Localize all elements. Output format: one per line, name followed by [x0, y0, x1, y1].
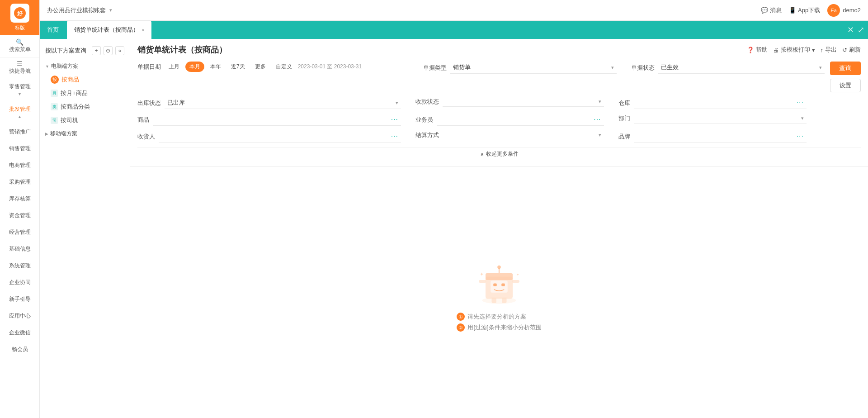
scheme-item-by-month-goods[interactable]: 月 按月+商品 — [40, 86, 130, 100]
sidebar-item-sales[interactable]: 销售管理 — [0, 140, 39, 157]
app-download-btn[interactable]: 📱 App下载 — [789, 6, 820, 14]
pc-section-title[interactable]: ▼ 电脑端方案 — [40, 60, 130, 73]
doc-type-filter-item: 单据类型 销货单 ▾ — [423, 62, 617, 74]
settlement-label: 结算方式 — [415, 131, 439, 139]
search-menu[interactable]: 🔍 搜索菜单 — [0, 35, 39, 57]
pc-scheme-section: ▼ 电脑端方案 按 按商品 月 按月+商品 类 按商品分类 司 按司机 — [40, 60, 130, 127]
refresh-label: 刷新 — [849, 46, 861, 54]
sidebar-item-label: 应用中心 — [9, 312, 31, 320]
sidebar-item-member[interactable]: 畅会员 — [0, 341, 39, 358]
filter-row-1: 单据日期 上月 本月 本年 近7天 更多 自定义 2023-03-01 至 20… — [137, 62, 861, 92]
quick-nav[interactable]: ☰ 快捷导航 — [0, 57, 39, 78]
warehouse-dots[interactable]: ··· — [797, 99, 804, 107]
sidebar-item-label: 库存核算 — [9, 195, 31, 203]
stock-status-select[interactable]: 已出库 ▾ — [165, 97, 401, 109]
date-btn-7days[interactable]: 近7天 — [227, 62, 249, 72]
doc-type-chevron: ▾ — [611, 65, 614, 71]
app-subtitle: 标版 — [15, 24, 25, 31]
add-scheme-btn[interactable]: + — [92, 46, 101, 55]
date-btn-this-year[interactable]: 本年 — [206, 62, 225, 72]
department-filter-item: 部门 ▾ — [618, 114, 807, 124]
scheme-item-label: 按司机 — [61, 116, 78, 124]
refresh-btn[interactable]: ↺ 刷新 — [842, 46, 861, 54]
top-header: 办公用品行业模拟账套 ▾ 💬 消息 📱 App下载 Ea demo2 — [40, 0, 868, 21]
sidebar-item-purchase[interactable]: 采购管理 — [0, 174, 39, 190]
date-btn-custom[interactable]: 自定义 — [272, 62, 296, 72]
sidebar-item-operation[interactable]: 经营管理 — [0, 224, 39, 241]
sidebar-item-cooperation[interactable]: 企业协同 — [0, 274, 39, 291]
sidebar-item-appstore[interactable]: 应用中心 — [0, 308, 39, 324]
payment-status-label: 收款状态 — [415, 98, 439, 106]
wholesale-arrow: ▲ — [18, 114, 22, 119]
receiver-input[interactable]: ··· — [159, 130, 401, 142]
help-label: 帮助 — [756, 46, 768, 54]
brand-dots[interactable]: ··· — [797, 132, 804, 140]
tab-active-label: 销货单统计表（按商品） — [74, 26, 139, 34]
tab-close-icon[interactable]: × — [142, 27, 144, 33]
department-select[interactable]: ▾ — [634, 114, 807, 124]
right-panel: 销货单统计表（按商品） ❓ 帮助 🖨 按模板打印 ▾ ↑ — [130, 39, 868, 418]
sidebar-item-inventory[interactable]: 库存核算 — [0, 190, 39, 207]
print-dropdown-icon[interactable]: ▾ — [812, 47, 815, 53]
scheme-item-label: 按月+商品 — [61, 89, 88, 97]
filter-area: 销货单统计表（按商品） ❓ 帮助 🖨 按模板打印 ▾ ↑ — [130, 39, 868, 166]
date-filter-item: 单据日期 上月 本月 本年 近7天 更多 自定义 2023-03-01 至 20… — [137, 62, 409, 72]
date-btn-more[interactable]: 更多 — [251, 62, 270, 72]
salesperson-dots[interactable]: ··· — [594, 115, 601, 124]
industry-dropdown-icon[interactable]: ▾ — [109, 7, 112, 13]
receiver-dots[interactable]: ··· — [391, 132, 398, 140]
export-icon: ↑ — [821, 47, 824, 53]
sidebar-item-retail[interactable]: 零售管理 ▼ — [0, 78, 39, 101]
date-range: 2023-03-01 至 2023-03-31 — [298, 63, 362, 71]
stock-status-value: 已出库 — [167, 99, 185, 107]
doc-type-select[interactable]: 销货单 ▾ — [450, 62, 617, 74]
warehouse-label: 仓库 — [618, 99, 630, 107]
app-download-label: App下载 — [798, 6, 820, 14]
export-btn[interactable]: ↑ 导出 — [821, 46, 837, 54]
brand-input[interactable]: ··· — [634, 130, 807, 142]
tab-home[interactable]: 首页 — [40, 21, 66, 39]
salesperson-input[interactable]: ··· — [437, 114, 604, 126]
tab-expand-icon[interactable]: ⤢ — [858, 25, 864, 35]
scheme-item-icon-small: 月 — [51, 90, 58, 97]
filter-row-2: 出库状态 已出库 ▾ 收款状态 ▾ — [137, 97, 861, 109]
date-btn-this-month[interactable]: 本月 — [185, 62, 204, 72]
mobile-section-title[interactable]: ▶ 移动端方案 — [40, 127, 130, 140]
receiver-label: 收货人 — [137, 133, 155, 141]
collapse-panel-btn[interactable]: « — [115, 46, 124, 55]
sidebar: 好 标版 🔍 搜索菜单 ☰ 快捷导航 零售管理 ▼ 批发管理 ▲ 营销推广 销售… — [0, 0, 40, 418]
warehouse-input[interactable]: ··· — [634, 97, 807, 109]
tab-active[interactable]: 销货单统计表（按商品） × — [67, 21, 151, 39]
template-print-btn[interactable]: 🖨 按模板打印 ▾ — [773, 46, 815, 54]
tab-close-window-icon[interactable]: ✕ — [847, 25, 854, 35]
sidebar-item-wechat[interactable]: 企业微信 — [0, 324, 39, 341]
settings-button[interactable]: 设置 — [830, 79, 861, 92]
user-profile[interactable]: Ea demo2 — [827, 4, 861, 17]
sidebar-item-basic[interactable]: 基础信息 — [0, 241, 39, 257]
tab-bar-actions: ✕ ⤢ — [847, 25, 868, 35]
payment-status-select[interactable]: ▾ — [443, 97, 604, 107]
settlement-select[interactable]: ▾ — [443, 130, 604, 140]
goods-dots[interactable]: ··· — [391, 115, 398, 124]
scheme-item-by-driver[interactable]: 司 按司机 — [40, 114, 130, 127]
sidebar-item-guide[interactable]: 新手引导 — [0, 291, 39, 308]
edit-scheme-btn[interactable]: ⊙ — [104, 46, 113, 55]
empty-tips: ① 请先选择要分析的方案 ② 用[过滤]条件来缩小分析范围 — [457, 313, 541, 332]
help-btn[interactable]: ❓ 帮助 — [747, 46, 768, 54]
sidebar-item-system[interactable]: 系统管理 — [0, 257, 39, 274]
query-button[interactable]: 查询 — [830, 62, 861, 75]
sidebar-item-wholesale[interactable]: 批发管理 ▲ — [0, 101, 39, 124]
collapse-bar[interactable]: ∧ 收起更多条件 — [137, 147, 861, 161]
scheme-item-by-category[interactable]: 类 按商品分类 — [40, 100, 130, 114]
sidebar-item-finance[interactable]: 资金管理 — [0, 207, 39, 224]
date-btn-last-month[interactable]: 上月 — [165, 62, 184, 72]
message-btn[interactable]: 💬 消息 — [761, 6, 782, 14]
goods-input[interactable]: ··· — [153, 114, 401, 126]
header-left: 办公用品行业模拟账套 ▾ — [47, 6, 112, 14]
sidebar-item-label: 采购管理 — [9, 178, 31, 186]
scheme-item-by-goods[interactable]: 按 按商品 — [40, 73, 130, 86]
sidebar-item-marketing[interactable]: 营销推广 — [0, 124, 39, 140]
doc-status-select[interactable]: 已生效 ▾ — [658, 62, 825, 74]
sidebar-item-ecommerce[interactable]: 电商管理 — [0, 157, 39, 174]
department-label: 部门 — [618, 114, 630, 123]
